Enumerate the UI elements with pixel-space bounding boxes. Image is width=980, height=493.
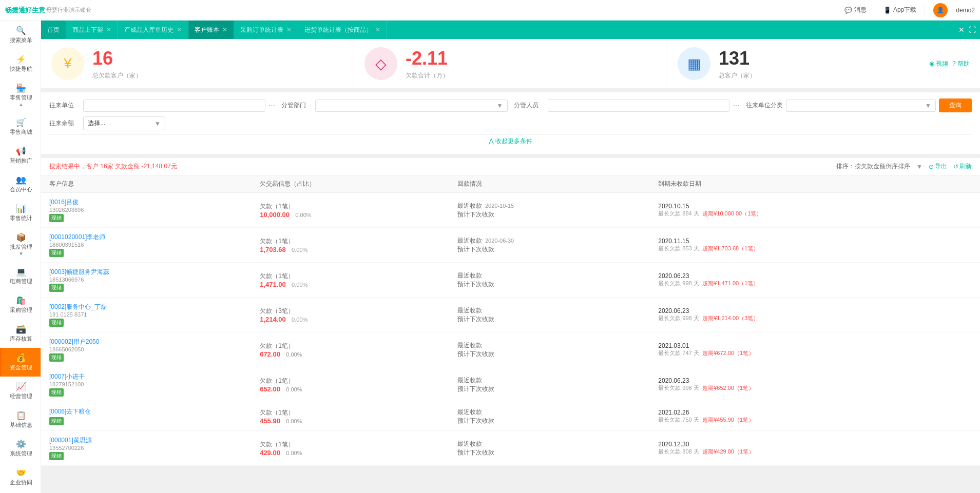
sort-label[interactable]: 排序：按欠款金额倒序排序 <box>836 162 910 171</box>
tab-close-all[interactable]: ✕ <box>958 26 965 34</box>
person-dots[interactable]: ··· <box>733 101 739 110</box>
customer-name-3[interactable]: [0002]服务中心_丁磊 <box>49 303 243 311</box>
debt-amount-5[interactable]: 652.00 <box>260 385 280 393</box>
overdue-label-3[interactable]: 超期¥1,214.00（3笔） <box>702 315 759 321</box>
tab-home[interactable]: 首页 <box>41 21 66 39</box>
cell-due-7: 2020.12.30 最长欠款 808 天 超期¥429.00（1笔） <box>650 431 980 466</box>
sidebar-item-inventory[interactable]: 🗃️ 库存核算 <box>0 319 41 348</box>
category-select[interactable]: ▼ <box>786 100 936 112</box>
overdue-info-row-7: 最长欠款 808 天 超期¥429.00（1笔） <box>658 448 972 456</box>
overdue-label-5[interactable]: 超期¥652.00（1笔） <box>702 385 754 391</box>
return-last-1: 最近收款 2020-06-30 <box>457 236 642 245</box>
customer-name-1[interactable]: [0001020001]李老师 <box>49 233 243 242</box>
overdue-label-1[interactable]: 超期¥1,703.68（1笔） <box>702 245 759 251</box>
overdue-label-4[interactable]: 超期¥672.00（1笔） <box>702 350 754 356</box>
sidebar-item-retail-mall[interactable]: 🛒 零售商城 <box>0 112 41 141</box>
result-info: 搜索结果中，客户 16家 欠款金额 -21,148.07元 <box>49 162 836 171</box>
debt-amount-4[interactable]: 672.00 <box>260 350 280 358</box>
tab-purchase-order-close[interactable]: ✕ <box>286 26 292 33</box>
finance-label: 资金管理 <box>4 364 39 371</box>
tab-inventory-stats[interactable]: 进货单统计表（按商品） ✕ <box>298 21 387 39</box>
sidebar-item-enterprise[interactable]: 🤝 企业协同 <box>0 463 41 491</box>
dept-select[interactable]: ▼ <box>315 100 507 112</box>
refresh-button[interactable]: ↺ 刷新 <box>953 162 972 171</box>
supplier-dots[interactable]: ··· <box>268 101 275 110</box>
sidebar-item-system[interactable]: ⚙️ 系统管理 <box>0 434 41 463</box>
sidebar-item-operations[interactable]: 📈 经营管理 <box>0 377 41 405</box>
tab-purchase-order[interactable]: 采购订单统计表 ✕ <box>234 21 298 39</box>
debt-amount-6[interactable]: 455.90 <box>260 417 280 425</box>
tab-maximize[interactable]: ⛶ <box>969 26 976 34</box>
member-icon: 👥 <box>4 175 39 185</box>
filter-dept: 分管部门 ▼ <box>281 100 507 112</box>
overdue-label-0[interactable]: 超期¥10,000.00（1笔） <box>702 210 762 216</box>
collapse-button[interactable]: ⋀ 收起更多条件 <box>49 134 972 148</box>
overdue-days-5: 最长欠款 998 天 <box>658 385 701 391</box>
person-input[interactable] <box>548 100 730 112</box>
debt-customers-icon: ¥ <box>51 47 84 80</box>
customer-name-7[interactable]: [000001]黄思源 <box>49 436 243 445</box>
debt-amount-1[interactable]: 1,703.68 <box>260 246 286 253</box>
debt-amount-3[interactable]: 1,214.00 <box>260 315 286 323</box>
sidebar-item-base-info[interactable]: 📋 基础信息 <box>0 405 41 434</box>
retail-mall-label: 零售商城 <box>4 128 39 136</box>
customer-phone-3: 181 0125 8371 <box>49 311 243 318</box>
customer-name-0[interactable]: [0016]吕俊 <box>49 198 243 207</box>
cell-debt-6: 欠款（1笔） 455.90 0.00% <box>252 402 449 431</box>
export-button[interactable]: ⊙ 导出 <box>929 162 947 171</box>
overdue-label-2[interactable]: 超期¥1,471.00（1笔） <box>702 280 759 286</box>
balance-select[interactable]: 选择... ▼ <box>83 116 165 130</box>
tab-product-listing[interactable]: 商品上下架 ✕ <box>66 21 118 39</box>
tab-customer-account-close[interactable]: ✕ <box>222 26 227 33</box>
debt-amount-2[interactable]: 1,471.00 <box>260 281 286 288</box>
supplier-input[interactable] <box>83 100 265 112</box>
sidebar-item-finance[interactable]: 💰 资金管理 <box>0 348 41 377</box>
sidebar-item-marketing[interactable]: 📢 营销推广 <box>0 141 41 170</box>
sidebar-item-quick-nav[interactable]: ⚡ 快捷导航 <box>0 49 41 78</box>
app-download-button[interactable]: 📱 App下载 <box>883 6 916 14</box>
tab-product-history[interactable]: 产成品入库单历史 ✕ <box>118 21 188 39</box>
tab-purchase-order-label: 采购订单统计表 <box>240 26 283 34</box>
tab-product-listing-close[interactable]: ✕ <box>106 26 111 33</box>
video-link[interactable]: ◉ 视频 <box>929 60 948 68</box>
tab-inventory-stats-close[interactable]: ✕ <box>375 26 380 33</box>
brand-area: 畅捷通好生意 <box>5 6 46 15</box>
customer-name-6[interactable]: [0006]去下粮仓 <box>49 407 243 416</box>
debt-total-icon: ◇ <box>364 47 397 80</box>
total-customers-value: 131 <box>719 48 756 69</box>
message-button[interactable]: 💬 消息 <box>844 6 867 14</box>
sidebar-item-member[interactable]: 👥 会员中心 <box>0 170 41 199</box>
query-button[interactable]: 查询 <box>939 98 972 112</box>
customer-name-5[interactable]: [0007]小进干 <box>49 372 243 381</box>
username-label[interactable]: demo2 <box>956 7 975 14</box>
overdue-label-7[interactable]: 超期¥429.00（1笔） <box>702 448 754 455</box>
balance-label: 往来余额 <box>49 119 80 128</box>
toolbar-right: 排序：按欠款金额倒序排序 ▼ ⊙ 导出 ↺ 刷新 <box>836 162 972 171</box>
return-last-4: 最近收款 <box>457 341 642 350</box>
sidebar-item-search-menu[interactable]: 🔍 搜索菜单 <box>0 21 41 49</box>
debt-prefix: 欠款金额 <box>115 163 140 170</box>
help-link[interactable]: ? 帮助 <box>952 60 970 68</box>
sidebar-item-retail-mgmt[interactable]: 🏪 零售管理 ▲ <box>0 78 41 112</box>
tab-customer-account[interactable]: 客户账本 ✕ <box>188 21 234 39</box>
due-date-7: 2020.12.30 <box>658 441 972 448</box>
debt-amount-7[interactable]: 429.00 <box>260 449 280 457</box>
inventory-label: 库存核算 <box>4 335 39 343</box>
debt-count-4: 欠款（1笔） <box>260 342 440 350</box>
marketing-icon: 📢 <box>4 146 39 156</box>
overdue-label-6[interactable]: 超期¥455.90（1笔） <box>702 417 754 423</box>
sidebar-item-retail-stats[interactable]: 📊 零售统计 <box>0 199 41 227</box>
due-date-3: 2020.06.23 <box>658 307 972 314</box>
customer-name-4[interactable]: [000002]用户2050 <box>49 338 243 346</box>
cell-return-2: 最近收款 预计下次收款 <box>449 263 650 298</box>
debt-amount-0[interactable]: 10,000.00 <box>260 211 290 219</box>
avatar[interactable]: 👤 <box>933 3 948 17</box>
sidebar-item-ecommerce[interactable]: 💻 电商管理 <box>0 262 41 290</box>
sidebar-item-purchase[interactable]: 🛍️ 采购管理 <box>0 290 41 319</box>
debt-row-7: 429.00 0.00% <box>260 449 440 457</box>
sidebar-item-batch-mgmt[interactable]: 📦 批发管理 ▼ <box>0 227 41 262</box>
tab-product-history-close[interactable]: ✕ <box>177 26 182 33</box>
customer-name-2[interactable]: [0003]畅捷服务尹海蕊 <box>49 268 243 277</box>
cell-customer-3: [0002]服务中心_丁磊 181 0125 8371 现销 <box>41 298 252 332</box>
tabs-actions: ✕ ⛶ <box>954 26 980 34</box>
